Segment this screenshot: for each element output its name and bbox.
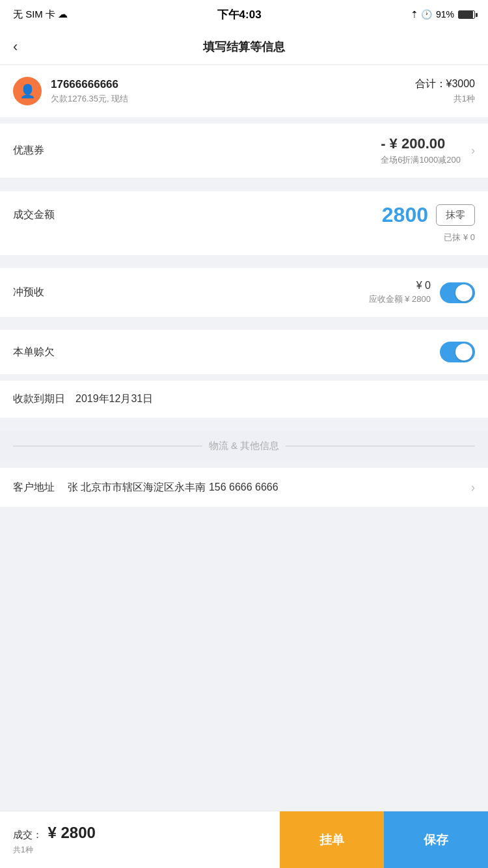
separator-3 [0,323,488,330]
customer-details: 17666666666 欠款1276.35元, 现结 [51,78,128,105]
deal-amount-section: 成交金额 2800 抹零 已抹 ¥ 0 [0,191,488,255]
coupon-chevron: › [471,144,475,157]
status-left: 无 SIM 卡 ☁ [13,8,68,21]
status-bar: 无 SIM 卡 ☁ 下午4:03 ⇡ 🕐 91% [0,0,488,29]
bottom-count: 共1种 [13,845,267,856]
coupon-row[interactable]: 优惠券 - ¥ 200.00 全场6折满1000减200 › [0,124,488,178]
avatar: 👤 [13,77,42,105]
status-time: 下午4:03 [217,7,262,22]
total-count: 共1种 [415,93,476,105]
bottom-bar: 成交： ¥ 2800 共1种 挂单 保存 [0,811,488,868]
customer-left: 👤 17666666666 欠款1276.35元, 现结 [13,77,128,105]
coupon-label: 优惠券 [13,144,44,157]
logistics-divider: 物流 & 其他信息 [0,431,488,461]
coupon-values: - ¥ 200.00 全场6折满1000减200 [381,135,461,166]
precollect-right: ¥ 0 应收金额 ¥ 2800 [369,280,475,305]
content: 👤 17666666666 欠款1276.35元, 现结 合计：¥3000 共1… [0,65,488,657]
address-chevron: › [471,481,475,495]
deal-amount-row: 成交金额 2800 抹零 [13,203,475,227]
bottom-summary: 成交： ¥ 2800 共1种 [0,824,280,856]
address-value: 张 北京市市辖区海淀区永丰南 156 6666 6666 [68,480,467,495]
customer-right: 合计：¥3000 共1种 [415,77,476,105]
battery-icon: ⇡ 🕐 [411,9,432,20]
bottom-deal-line: 成交： ¥ 2800 [13,824,267,842]
duedate-section: 收款到期日 2019年12月31日 [0,381,488,418]
coupon-sub: 全场6折满1000减200 [381,154,461,166]
precollect-sub: 应收金额 ¥ 2800 [369,293,431,305]
debt-label: 本单赊欠 [13,346,55,359]
debt-section: 本单赊欠 [0,330,488,374]
precollect-section: 冲预收 ¥ 0 应收金额 ¥ 2800 [0,268,488,317]
bottom-deal-label: 成交： [13,829,42,840]
customer-sub: 欠款1276.35元, 现结 [51,93,128,105]
sim-status: 无 SIM 卡 ☁ [13,8,68,21]
precollect-values: ¥ 0 应收金额 ¥ 2800 [369,280,431,305]
battery-level: 91% [436,9,454,20]
deal-sub-row: 已抹 ¥ 0 [13,231,475,243]
deal-sub: 已抹 ¥ 0 [444,232,475,242]
debt-toggle-knob [455,344,472,360]
bottom-deal-amount: ¥ 2800 [47,824,95,841]
divider-line-left [13,446,202,446]
deal-amount-right: 2800 抹零 [382,203,475,227]
precollect-amount: ¥ 0 [369,280,431,292]
status-right: ⇡ 🕐 91% [411,9,475,20]
nav-bar: ‹ 填写结算等信息 [0,29,488,65]
deal-amount-label: 成交金额 [13,208,55,222]
precollect-toggle[interactable] [440,282,475,303]
precollect-toggle-knob [455,284,472,301]
address-section[interactable]: 客户地址 张 北京市市辖区海淀区永丰南 156 6666 6666 › [0,468,488,507]
duedate-label: 收款到期日 [13,392,65,406]
divider-line-right [286,446,475,446]
pending-button[interactable]: 挂单 [280,811,384,868]
logistics-label: 物流 & 其他信息 [209,440,279,452]
empty-space [0,513,488,591]
separator-2 [0,262,488,268]
deal-number: 2800 [382,203,428,227]
coupon-amount: - ¥ 200.00 [381,135,461,152]
customer-phone: 17666666666 [51,78,128,91]
separator-1 [0,185,488,191]
customer-info-row: 👤 17666666666 欠款1276.35元, 现结 合计：¥3000 共1… [0,65,488,117]
precollect-label: 冲预收 [13,286,44,299]
erase-button[interactable]: 抹零 [436,204,475,226]
page-title: 填写结算等信息 [203,39,285,55]
back-button[interactable]: ‹ [13,40,18,54]
coupon-right: - ¥ 200.00 全场6折满1000减200 › [381,135,475,166]
save-button[interactable]: 保存 [384,811,488,868]
debt-toggle[interactable] [440,342,475,362]
separator-4 [0,424,488,431]
address-label: 客户地址 [13,481,55,495]
battery-graphic [458,10,475,19]
total-amount: 合计：¥3000 [415,77,476,91]
duedate-value: 2019年12月31日 [75,392,153,406]
